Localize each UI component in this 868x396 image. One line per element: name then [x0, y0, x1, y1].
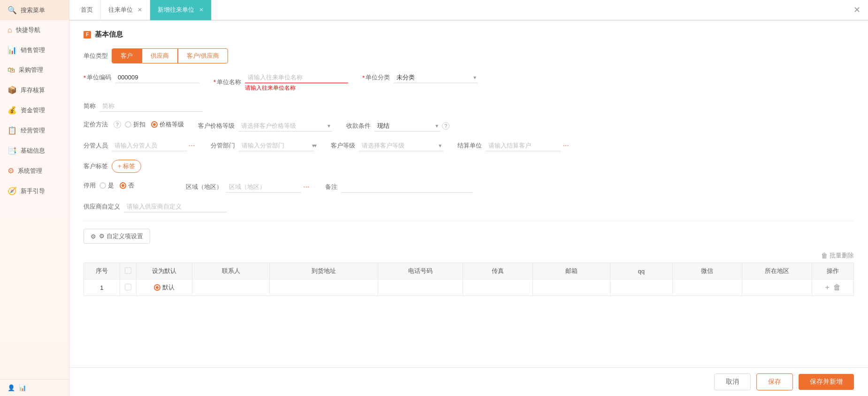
- disabled-yes-label: 是: [108, 181, 114, 190]
- supplier-custom-label: 供应商自定义: [84, 202, 120, 211]
- payment-terms-label: 收款条件: [346, 122, 371, 130]
- region-input[interactable]: [226, 181, 301, 193]
- phone-input[interactable]: [399, 284, 442, 291]
- unit-type-both[interactable]: 客户/供应商: [178, 48, 228, 63]
- row-delete-btn[interactable]: 🗑: [833, 283, 841, 292]
- tab-new-partner[interactable]: 新增往来单位 ✕: [150, 0, 212, 20]
- department-input[interactable]: [239, 140, 314, 151]
- customer-price-level-group: 客户价格等级 请选择客户价格等级: [198, 120, 332, 132]
- payment-terms-wrapper: 现结: [374, 120, 440, 132]
- payment-help-icon[interactable]: ?: [442, 122, 449, 130]
- unit-name-group: * 单位名称 请输入往来单位名称: [213, 72, 348, 92]
- sidebar-item-system[interactable]: ⚙ 系统管理: [0, 161, 69, 181]
- unit-category-select[interactable]: 未分类: [394, 72, 478, 83]
- email-input[interactable]: [553, 284, 590, 291]
- save-new-button[interactable]: 保存并新增: [799, 374, 854, 390]
- pricing-method-group: 定价方法 ? 折扣 价格等级: [84, 120, 184, 129]
- region-group: 区域（地区） ···: [186, 181, 311, 193]
- customer-price-level-select[interactable]: 请选择客户价格等级: [238, 120, 332, 132]
- remarks-input[interactable]: [341, 181, 472, 193]
- supplier-custom-group: 供应商自定义: [84, 201, 227, 212]
- unit-name-error: 请输入往来单位名称: [245, 84, 348, 92]
- department-dropdown: ▾: [314, 142, 317, 149]
- settlement-unit-input[interactable]: [486, 140, 561, 151]
- clipboard-icon: 📋: [8, 126, 17, 135]
- region-label: 区域（地区）: [186, 183, 222, 191]
- wechat-input[interactable]: [691, 284, 723, 291]
- row-checkbox-cell: [120, 280, 136, 296]
- row-address: [270, 280, 378, 296]
- region-more-btn[interactable]: ···: [301, 183, 311, 191]
- unit-type-customer[interactable]: 客户: [112, 48, 142, 63]
- sidebar-item-operations[interactable]: 📋 经营管理: [0, 120, 69, 140]
- sidebar-item-finance[interactable]: 💰 资金管理: [0, 100, 69, 120]
- custom-settings-button[interactable]: ⚙ ⚙ 自定义项设置: [84, 229, 150, 244]
- pricing-row: 定价方法 ? 折扣 价格等级 客户价格等级 请选择客: [84, 120, 854, 132]
- short-name-label: 简称: [84, 102, 96, 110]
- divider: [84, 221, 854, 221]
- address-input[interactable]: [296, 284, 352, 291]
- select-all-checkbox[interactable]: [125, 267, 131, 274]
- supplier-custom-input[interactable]: [124, 201, 227, 212]
- row-default-radio[interactable]: 默认: [141, 283, 187, 292]
- th-email: 邮箱: [533, 263, 610, 280]
- short-name-row: 简称: [84, 101, 854, 112]
- row-region-input[interactable]: [761, 284, 793, 291]
- disabled-no-radio[interactable]: 否: [120, 181, 134, 190]
- th-checkbox: [120, 263, 136, 280]
- tab-new-partner-close[interactable]: ✕: [199, 7, 204, 13]
- unit-type-label: 单位类型: [84, 52, 108, 60]
- row-add-btn[interactable]: +: [825, 283, 829, 292]
- qq-input[interactable]: [627, 284, 655, 291]
- tab-home[interactable]: 首页: [73, 0, 101, 20]
- manager-input[interactable]: [112, 140, 187, 151]
- window-close-icon[interactable]: ✕: [850, 5, 864, 15]
- disabled-no-circle: [120, 182, 126, 189]
- contact-input[interactable]: [212, 284, 250, 291]
- pricing-level-radio[interactable]: 价格等级: [151, 120, 184, 129]
- settlement-more-btn[interactable]: ···: [561, 141, 571, 150]
- tags-group: 客户标签 + 标签: [84, 160, 141, 173]
- department-dropdown-arrow[interactable]: ▾: [314, 142, 317, 149]
- tags-label: 客户标签: [84, 162, 108, 171]
- table-header: 序号 设为默认 联系人 到货地址 电话号码 传真 邮箱 qq 微信 所在地区 操…: [84, 263, 854, 280]
- row-seq: 1: [84, 280, 120, 296]
- batch-delete-label[interactable]: 批量删除: [830, 251, 854, 260]
- customer-level-select[interactable]: 请选择客户等级: [359, 140, 443, 151]
- table-row: 1 默认: [84, 280, 854, 296]
- tab-partners-close[interactable]: ✕: [137, 7, 142, 13]
- save-button[interactable]: 保存: [756, 373, 793, 390]
- row-checkbox[interactable]: [125, 284, 131, 290]
- sidebar-label-quicknav: 快捷导航: [16, 26, 40, 34]
- customer-price-level-wrapper: 请选择客户价格等级: [238, 120, 332, 132]
- unit-code-input[interactable]: [115, 72, 199, 83]
- unit-type-supplier[interactable]: 供应商: [142, 48, 178, 63]
- sidebar-item-purchase[interactable]: 🛍 采购管理: [0, 60, 69, 80]
- payment-terms-select[interactable]: 现结: [374, 120, 440, 132]
- table-header-row: 序号 设为默认 联系人 到货地址 电话号码 传真 邮箱 qq 微信 所在地区 操…: [84, 263, 854, 280]
- disabled-yes-radio[interactable]: 是: [99, 181, 114, 190]
- pricing-help-icon[interactable]: ?: [114, 121, 121, 128]
- tags-row: 客户标签 + 标签: [84, 160, 854, 173]
- pricing-discount-radio[interactable]: 折扣: [125, 120, 145, 129]
- sidebar-item-quicknav[interactable]: ⌂ 快捷导航: [0, 20, 69, 40]
- row-region: [742, 280, 812, 296]
- sidebar-item-sales[interactable]: 📊 销售管理: [0, 40, 69, 60]
- add-tag-button[interactable]: + 标签: [112, 160, 141, 173]
- short-name-input[interactable]: [99, 101, 203, 112]
- sidebar-item-inventory[interactable]: 📦 库存核算: [0, 80, 69, 100]
- fax-input[interactable]: [481, 284, 514, 291]
- cancel-button[interactable]: 取消: [714, 373, 751, 390]
- disabled-row: 停用 是 否 区域（地区） ··· 备注: [84, 181, 854, 193]
- sidebar-item-basic[interactable]: 📑 基础信息: [0, 140, 69, 161]
- remarks-group: 备注: [325, 181, 472, 193]
- sidebar-item-guide[interactable]: 🧭 新手引导: [0, 181, 69, 201]
- sidebar-label-inventory: 库存核算: [21, 86, 45, 94]
- unit-name-input[interactable]: [245, 72, 348, 83]
- sidebar-item-search[interactable]: 🔍 搜索菜单: [0, 0, 69, 20]
- manager-more-btn[interactable]: ···: [187, 141, 197, 150]
- tab-partners[interactable]: 往来单位 ✕: [101, 0, 150, 20]
- pricing-discount-circle: [125, 121, 131, 128]
- pricing-level-label: 价格等级: [160, 120, 184, 129]
- payment-terms-group: 收款条件 现结 ?: [346, 120, 449, 132]
